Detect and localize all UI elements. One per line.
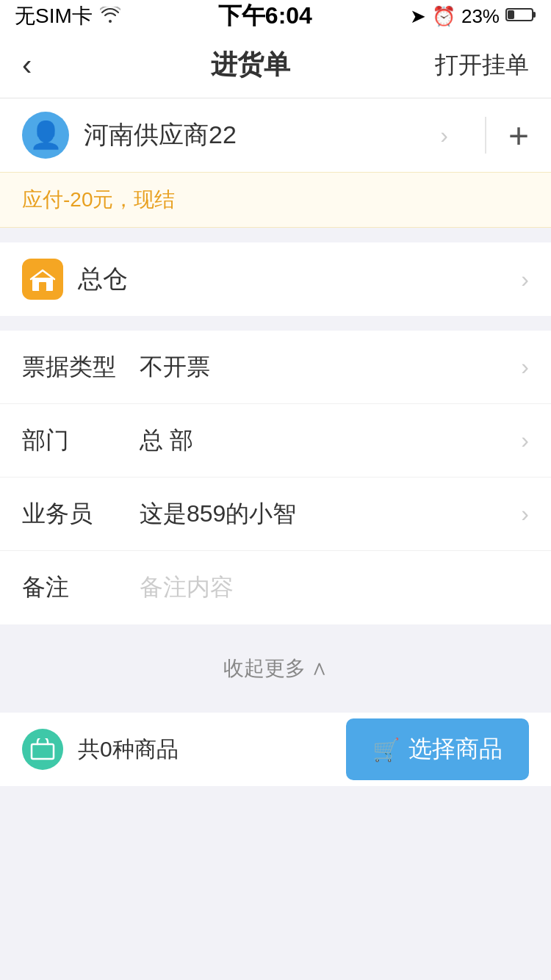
- remark-placeholder[interactable]: 备注内容: [125, 572, 529, 604]
- remark-label: 备注: [22, 572, 125, 604]
- form-card: 票据类型 不开票 › 部门 总 部 › 业务员 这是859的小智 › 备注 备注…: [0, 331, 551, 624]
- page-title: 进货单: [211, 47, 290, 83]
- supplier-chevron-icon: ›: [440, 122, 448, 149]
- notice-text: 应付-20元，现结: [22, 188, 175, 211]
- department-label: 部门: [22, 425, 125, 457]
- warehouse-chevron-icon: ›: [521, 266, 529, 293]
- salesperson-value: 这是859的小智: [125, 498, 521, 530]
- salesperson-row[interactable]: 业务员 这是859的小智 ›: [0, 478, 551, 551]
- status-bar: 无SIM卡 下午6:04 ➤ ⏰ 23%: [0, 0, 551, 32]
- department-chevron-icon: ›: [521, 427, 529, 454]
- select-product-label: 选择商品: [408, 733, 503, 765]
- invoice-type-label: 票据类型: [22, 351, 125, 383]
- battery-icon: [505, 5, 536, 28]
- wifi-icon: [100, 4, 120, 28]
- svg-rect-5: [32, 744, 54, 759]
- svg-rect-4: [39, 282, 46, 291]
- department-value: 总 部: [125, 425, 521, 457]
- supplier-name: 河南供应商22: [84, 118, 440, 152]
- battery-label: 23%: [461, 5, 500, 28]
- svg-rect-1: [533, 12, 536, 18]
- salesperson-chevron-icon: ›: [521, 500, 529, 527]
- warehouse-card: 总仓 ›: [0, 242, 551, 316]
- back-button[interactable]: ‹: [22, 48, 66, 82]
- add-supplier-button[interactable]: +: [508, 115, 529, 156]
- alarm-icon: ⏰: [432, 5, 455, 28]
- warehouse-row[interactable]: 总仓 ›: [0, 242, 551, 316]
- invoice-type-row[interactable]: 票据类型 不开票 ›: [0, 331, 551, 404]
- status-time: 下午6:04: [218, 0, 312, 32]
- warehouse-icon: [22, 259, 63, 300]
- supplier-avatar: 👤: [22, 112, 69, 159]
- svg-rect-2: [508, 10, 514, 19]
- invoice-type-value: 不开票: [125, 351, 521, 383]
- page-background: [0, 786, 551, 980]
- open-pending-button[interactable]: 打开挂单: [435, 49, 529, 82]
- carrier-label: 无SIM卡: [15, 2, 93, 30]
- location-icon: ➤: [410, 5, 426, 28]
- department-row[interactable]: 部门 总 部 ›: [0, 404, 551, 478]
- nav-bar: ‹ 进货单 打开挂单: [0, 32, 551, 98]
- supplier-row[interactable]: 👤 河南供应商22 › +: [0, 98, 551, 172]
- collapse-bar[interactable]: 收起更多 ∧: [0, 639, 551, 698]
- salesperson-label: 业务员: [22, 498, 125, 530]
- warehouse-label: 总仓: [78, 262, 521, 296]
- status-left: 无SIM卡: [15, 2, 120, 30]
- notice-bar: 应付-20元，现结: [0, 172, 551, 228]
- collapse-label: 收起更多 ∧: [223, 655, 328, 682]
- select-product-button[interactable]: 🛒 选择商品: [346, 718, 529, 780]
- remark-row[interactable]: 备注 备注内容: [0, 551, 551, 624]
- product-count-text: 共0种商品: [78, 735, 346, 765]
- person-icon: 👤: [29, 120, 62, 151]
- invoice-type-chevron-icon: ›: [521, 353, 529, 381]
- supplier-card: 👤 河南供应商22 › + 应付-20元，现结: [0, 98, 551, 228]
- bottom-bar: 共0种商品 🛒 选择商品: [0, 713, 551, 786]
- product-count-icon: [22, 729, 63, 770]
- cart-icon: 🛒: [372, 737, 400, 763]
- content-area: 👤 河南供应商22 › + 应付-20元，现结 总仓 ›: [0, 98, 551, 980]
- status-right: ➤ ⏰ 23%: [410, 5, 536, 28]
- supplier-divider: [485, 117, 486, 154]
